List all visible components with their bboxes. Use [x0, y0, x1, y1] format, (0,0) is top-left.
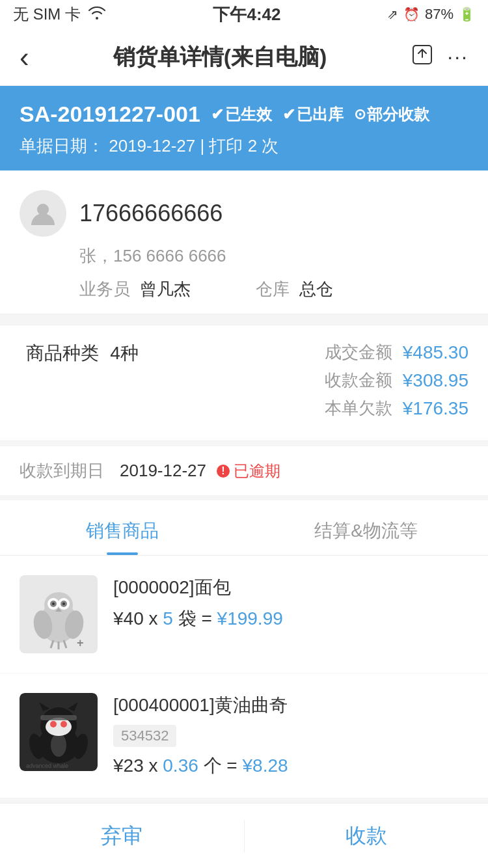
debt-value: ¥176.35 — [403, 398, 468, 419]
overdue-badge: ! 已逾期 — [217, 461, 280, 481]
partial-label: 部分收款 — [367, 104, 429, 125]
status-time: 下午4:42 — [213, 3, 280, 26]
product-item-1: + [0000002]面包 ¥40 x 5 袋 = ¥199.99 — [0, 556, 488, 673]
customer-top: 17666666666 — [20, 190, 468, 237]
svg-rect-24 — [40, 715, 77, 720]
summary-row: 商品种类 4种 成交金额 ¥485.30 收款金额 ¥308.95 本单欠款 ¥… — [20, 341, 468, 425]
warehouse-label-text: 仓库 总仓 — [256, 278, 333, 301]
svg-point-10 — [62, 603, 65, 605]
nav-left: ‹ — [20, 41, 29, 74]
deal-amount-label: 成交金额 — [325, 341, 392, 364]
order-date-value: 2019-12-27 — [109, 136, 195, 156]
svg-point-21 — [46, 718, 72, 736]
svg-point-9 — [52, 603, 55, 605]
sim-label: 无 SIM 卡 — [13, 4, 81, 25]
product-thumb-1: + — [20, 575, 98, 653]
deal-amount-value: ¥485.30 — [403, 342, 468, 363]
customer-sub: 张，156 6666 6666 — [79, 245, 468, 267]
back-button[interactable]: ‹ — [20, 41, 29, 74]
total-2: ¥8.28 — [242, 755, 288, 776]
tab-products[interactable]: 销售商品 — [0, 500, 244, 555]
battery-value: 87% — [425, 6, 454, 23]
due-label: 收款到期日 — [20, 459, 104, 482]
order-date-row: 单据日期： 2019-12-27 | 打印 2 次 — [20, 135, 468, 157]
price-x-1: x — [149, 608, 163, 629]
amounts: 成交金额 ¥485.30 收款金额 ¥308.95 本单欠款 ¥176.35 — [325, 341, 468, 425]
tab-settlement[interactable]: 结算&物流等 — [244, 500, 488, 555]
print-info: | 打印 2 次 — [200, 136, 278, 156]
product-list: + [0000002]面包 ¥40 x 5 袋 = ¥199.99 — [0, 556, 488, 798]
due-date-block: 收款到期日 2019-12-27 ! 已逾期 — [0, 441, 488, 495]
category-count: 4种 — [110, 343, 139, 363]
sales-person: 曾凡杰 — [140, 279, 191, 299]
battery-icon: 🔋 — [459, 7, 475, 22]
product-item-2: advanced whale [000400001]黄油曲奇 534532 ¥2… — [0, 673, 488, 798]
svg-point-29 — [51, 733, 66, 757]
order-header: SA-20191227-001 ✔ 已生效 ✔ 已出库 ⊙ 部分收款 单据日期：… — [0, 86, 488, 170]
overdue-icon: ! — [217, 465, 230, 478]
effective-icon: ✔ — [211, 105, 224, 124]
debt-label: 本单欠款 — [325, 397, 392, 420]
product-info-1: [0000002]面包 ¥40 x 5 袋 = ¥199.99 — [113, 575, 468, 631]
product-price-2: ¥23 x 0.36 个 = ¥8.28 — [113, 753, 468, 778]
tab-products-label: 销售商品 — [86, 521, 159, 541]
status-left: 无 SIM 卡 — [13, 4, 107, 25]
customer-meta: 业务员 曾凡杰 仓库 总仓 — [79, 278, 468, 301]
more-icon[interactable]: ··· — [447, 45, 468, 69]
customer-avatar — [20, 190, 66, 237]
price-x-2: x — [149, 755, 163, 776]
location-icon: ⇗ — [387, 7, 398, 22]
tabs-block: 销售商品 结算&物流等 — [0, 500, 488, 556]
status-badge-effective: ✔ 已生效 — [211, 104, 272, 125]
status-badge-partial: ⊙ 部分收款 — [354, 104, 429, 125]
share-icon[interactable] — [411, 43, 434, 71]
nav-bar: ‹ 销货单详情(来自电脑) ··· — [0, 29, 488, 86]
page-title: 销货单详情(来自电脑) — [113, 42, 327, 72]
customer-block: 17666666666 张，156 6666 6666 业务员 曾凡杰 仓库 总… — [0, 170, 488, 314]
equals-2: = — [226, 755, 242, 776]
shipped-label: 已出库 — [297, 104, 344, 125]
received-label: 收款金额 — [325, 369, 392, 392]
amount-row-debt: 本单欠款 ¥176.35 — [325, 397, 468, 420]
svg-point-22 — [50, 721, 57, 727]
product-price-1: ¥40 x 5 袋 = ¥199.99 — [113, 606, 468, 631]
cancel-button[interactable]: 弃审 — [0, 809, 244, 863]
product-tag-2: 534532 — [113, 725, 176, 747]
order-id-text: SA-20191227-001 — [20, 102, 200, 127]
amount-row-received: 收款金额 ¥308.95 — [325, 369, 468, 392]
shipped-icon: ✔ — [282, 105, 295, 124]
product-name-1: [0000002]面包 — [113, 575, 468, 600]
svg-text:advanced whale: advanced whale — [26, 763, 68, 769]
confirm-button[interactable]: 收款 — [245, 809, 489, 863]
svg-text:+: + — [77, 636, 84, 649]
price-value-2: ¥23 — [113, 755, 144, 776]
status-right: ⇗ ⏰ 87% 🔋 — [387, 6, 475, 23]
partial-icon: ⊙ — [354, 106, 366, 123]
product-info-2: [000400001]黄油曲奇 534532 ¥23 x 0.36 个 = ¥8… — [113, 693, 468, 778]
alarm-icon: ⏰ — [403, 7, 420, 22]
category-label: 商品种类 — [26, 343, 99, 363]
customer-name: 17666666666 — [79, 200, 223, 227]
equals-1: = — [201, 608, 217, 629]
unit-2: 个 — [204, 755, 222, 776]
price-value-1: ¥40 — [113, 608, 144, 629]
bottom-toolbar: 弃审 收款 — [0, 803, 488, 863]
product-thumb-2: advanced whale — [20, 693, 98, 771]
qty-value-1: 5 — [163, 608, 173, 629]
warehouse-value: 总仓 — [299, 279, 333, 299]
due-date-value: 2019-12-27 — [120, 461, 206, 481]
effective-label: 已生效 — [225, 104, 272, 125]
amount-row-deal: 成交金额 ¥485.30 — [325, 341, 468, 364]
total-1: ¥199.99 — [217, 608, 283, 629]
order-id-row: SA-20191227-001 ✔ 已生效 ✔ 已出库 ⊙ 部分收款 — [20, 102, 468, 127]
svg-point-23 — [61, 721, 67, 727]
date-label: 单据日期： — [20, 136, 104, 156]
sales-label-text: 业务员 曾凡杰 — [79, 278, 191, 301]
received-value: ¥308.95 — [403, 370, 468, 391]
status-bar: 无 SIM 卡 下午4:42 ⇗ ⏰ 87% 🔋 — [0, 0, 488, 29]
wifi-icon — [87, 5, 107, 23]
status-badge-shipped: ✔ 已出库 — [282, 104, 344, 125]
qty-value-2: 0.36 — [163, 755, 198, 776]
category-info: 商品种类 4种 — [20, 341, 139, 366]
overdue-text: 已逾期 — [234, 461, 280, 481]
